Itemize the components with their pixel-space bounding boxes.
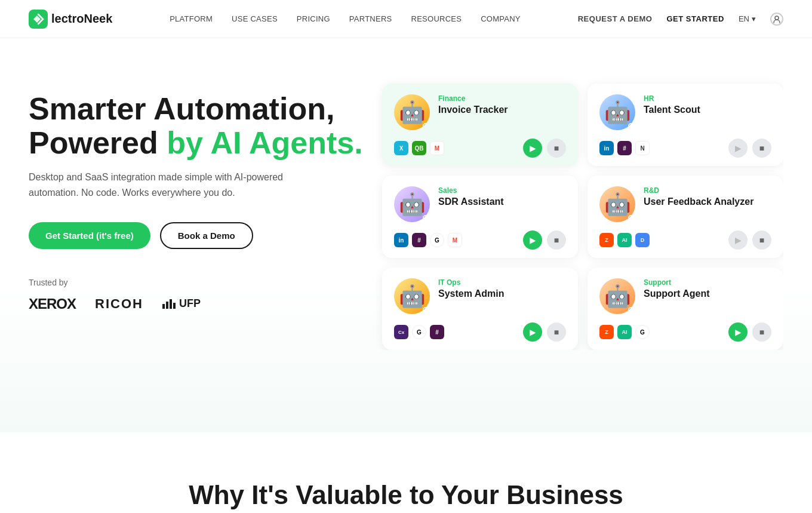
- navbar: lectroNeek PLATFORM USE CASES PRICING PA…: [0, 0, 812, 38]
- card-category-support: Support: [644, 278, 771, 287]
- agent-card-itops: 🤖 IT Ops System Admin Cx G # ▶ ■: [382, 268, 578, 350]
- play-button-support[interactable]: ▶: [728, 322, 748, 342]
- card-actions-support: ▶ ■: [728, 322, 771, 342]
- quickbooks-icon: QB: [412, 141, 426, 155]
- card-category-itops: IT Ops: [438, 278, 566, 287]
- card-icons-sales: in # G M: [394, 233, 462, 247]
- avatar-itops: 🤖: [394, 278, 430, 314]
- nav-partners[interactable]: PARTNERS: [349, 14, 392, 23]
- hero-section: Smarter Automation, Powered by AI Agents…: [0, 38, 812, 432]
- card-title-support: Support Agent: [644, 288, 771, 299]
- status-dot-sales: [423, 215, 429, 221]
- card-top-hr: 🤖 HR Talent Scout: [599, 94, 771, 130]
- nav-company[interactable]: COMPANY: [481, 14, 521, 23]
- card-actions-hr: ▶ ■: [728, 139, 771, 158]
- card-category-rd: R&D: [644, 186, 771, 195]
- stop-button-support[interactable]: ■: [752, 322, 771, 342]
- card-top-sales: 🤖 Sales SDR Assistant: [394, 186, 566, 222]
- play-button-sales[interactable]: ▶: [523, 231, 542, 250]
- play-button-itops[interactable]: ▶: [523, 322, 542, 342]
- chevron-down-icon: ▾: [752, 14, 756, 23]
- gmail-icon-sales: M: [448, 233, 462, 247]
- avatar-hr: 🤖: [599, 94, 635, 130]
- ricoh-logo: RICOH: [95, 296, 143, 312]
- xerox-logo: XEROX: [29, 296, 76, 312]
- card-category-sales: Sales: [438, 186, 566, 195]
- avatar-sales: 🤖: [394, 186, 430, 222]
- doc-icon: D: [635, 233, 650, 247]
- card-top-itops: 🤖 IT Ops System Admin: [394, 278, 566, 314]
- card-title-rd: User Feedback Analyzer: [644, 196, 771, 207]
- hero-subtitle: Desktop and SaaS integration made simple…: [29, 170, 315, 200]
- card-icons-hr: in # N: [599, 141, 650, 155]
- zapier-icon-support: Z: [599, 325, 614, 339]
- card-info-hr: HR Talent Scout: [644, 94, 771, 115]
- language-selector[interactable]: EN ▾: [739, 14, 756, 23]
- book-demo-button[interactable]: Book a Demo: [160, 222, 253, 249]
- status-dot-rd: [628, 215, 634, 221]
- slack-icon-sales: #: [412, 233, 426, 247]
- get-started-link[interactable]: GET STARTED: [666, 14, 724, 23]
- card-bottom-sales: in # G M ▶ ■: [394, 231, 566, 250]
- play-button-hr[interactable]: ▶: [728, 139, 748, 158]
- stop-button-finance[interactable]: ■: [547, 139, 566, 158]
- logo-link[interactable]: lectroNeek: [29, 10, 112, 29]
- card-actions-sales: ▶ ■: [523, 231, 566, 250]
- nav-right: REQUEST A DEMO GET STARTED EN ▾: [578, 13, 783, 26]
- stop-button-itops[interactable]: ■: [547, 322, 566, 342]
- trusted-label: Trusted by: [29, 278, 363, 287]
- status-dot-itops: [423, 307, 429, 313]
- chrome-icon-support: G: [635, 325, 650, 339]
- nav-use-cases[interactable]: USE CASES: [232, 14, 278, 23]
- agent-card-sales: 🤖 Sales SDR Assistant in # G M ▶ ■: [382, 176, 578, 258]
- card-info-rd: R&D User Feedback Analyzer: [644, 186, 771, 207]
- card-icons-rd: Z AI D: [599, 233, 650, 247]
- card-category-hr: HR: [644, 94, 771, 103]
- hero-title-line2-plain: Powered: [29, 125, 167, 160]
- play-button-rd[interactable]: ▶: [728, 231, 748, 250]
- trusted-logos: XEROX RICOH UFP: [29, 296, 363, 312]
- card-bottom-rd: Z AI D ▶ ■: [599, 231, 771, 250]
- card-bottom-finance: X QB M ▶ ■: [394, 139, 566, 158]
- card-bottom-hr: in # N ▶ ■: [599, 139, 771, 158]
- agent-card-support: 🤖 Support Support Agent Z AI G ▶ ■: [588, 268, 783, 350]
- card-title-itops: System Admin: [438, 288, 566, 299]
- nav-resources[interactable]: RESOURCES: [411, 14, 462, 23]
- why-title: Why It's Valuable to Your Business: [29, 480, 783, 510]
- ai-icon: AI: [617, 233, 632, 247]
- nav-platform[interactable]: PLATFORM: [170, 14, 213, 23]
- hero-left: Smarter Automation, Powered by AI Agents…: [29, 74, 363, 312]
- card-actions-finance: ▶ ■: [523, 139, 566, 158]
- get-started-button[interactable]: Get Started (it's free): [29, 222, 150, 249]
- card-actions-itops: ▶ ■: [523, 322, 566, 342]
- slack-icon: #: [617, 141, 632, 155]
- stop-button-hr[interactable]: ■: [752, 139, 771, 158]
- logo-icon: [29, 10, 48, 29]
- card-title-hr: Talent Scout: [644, 104, 771, 115]
- card-actions-rd: ▶ ■: [728, 231, 771, 250]
- stop-button-sales[interactable]: ■: [547, 231, 566, 250]
- stop-button-rd[interactable]: ■: [752, 231, 771, 250]
- user-account-icon[interactable]: [770, 13, 783, 26]
- card-icons-finance: X QB M: [394, 141, 444, 155]
- chrome-icon-sales: G: [430, 233, 444, 247]
- agent-cards-grid: 🤖 Finance Invoice Tracker X QB M ▶ ■: [363, 74, 783, 350]
- card-info-itops: IT Ops System Admin: [438, 278, 566, 299]
- card-top-support: 🤖 Support Support Agent: [599, 278, 771, 314]
- request-demo-link[interactable]: REQUEST A DEMO: [578, 14, 653, 23]
- linkedin-icon: in: [599, 141, 614, 155]
- nav-pricing[interactable]: PRICING: [297, 14, 330, 23]
- hero-title-line1: Smarter Automation,: [29, 91, 334, 126]
- ufp-bars-icon: [162, 299, 176, 309]
- play-button-finance[interactable]: ▶: [523, 139, 542, 158]
- chrome-icon-itops: G: [412, 325, 426, 339]
- xero-icon: X: [394, 141, 408, 155]
- logo-text: lectroNeek: [51, 12, 112, 26]
- card-icons-itops: Cx G #: [394, 325, 444, 339]
- svg-point-1: [775, 16, 779, 20]
- ai-icon-support: AI: [617, 325, 632, 339]
- ufp-logo: UFP: [162, 297, 201, 310]
- card-top-finance: 🤖 Finance Invoice Tracker: [394, 94, 566, 130]
- slack-icon-itops: #: [430, 325, 444, 339]
- hero-title-accent: by AI Agents.: [167, 125, 362, 160]
